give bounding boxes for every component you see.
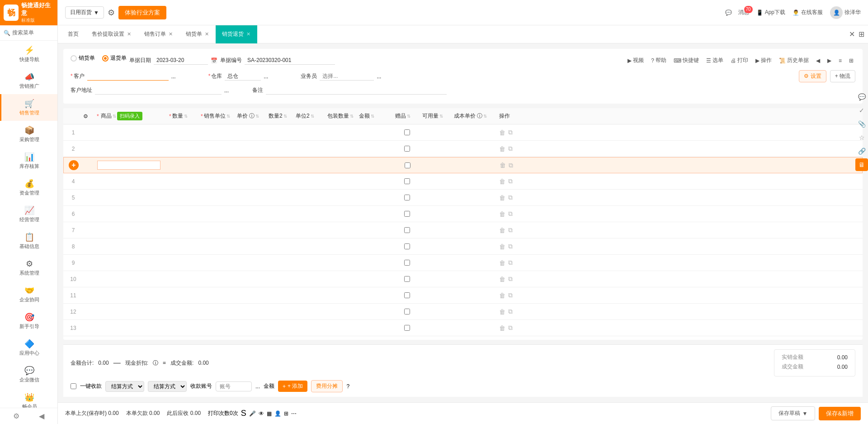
copy-icon[interactable]: ⧉ xyxy=(508,243,513,250)
gift-checkbox[interactable] xyxy=(404,146,410,152)
copy-icon[interactable]: ⧉ xyxy=(508,291,513,299)
gift-checkbox[interactable] xyxy=(404,276,410,282)
delete-icon[interactable]: 🗑 xyxy=(499,324,505,332)
notification-btn[interactable]: 💬 70 消息 xyxy=(725,9,749,16)
eye-icon[interactable]: 👁 xyxy=(259,410,264,417)
gift-checkbox[interactable] xyxy=(404,243,410,249)
sidebar-item-wechat[interactable]: 💬 企业微信 xyxy=(0,361,57,388)
topbar-settings-icon[interactable]: ⚙ xyxy=(108,8,115,18)
delete-icon[interactable]: 🗑 xyxy=(499,145,505,152)
td-product[interactable] xyxy=(95,159,168,172)
delete-icon[interactable]: 🗑 xyxy=(500,162,506,169)
sidebar-item-inventory[interactable]: 📊 库存核算 xyxy=(0,148,57,174)
th-settings[interactable]: ⚙ xyxy=(81,110,95,123)
gift-checkbox[interactable] xyxy=(404,195,410,200)
serial-input[interactable] xyxy=(245,56,335,65)
gift-checkbox[interactable] xyxy=(404,260,410,266)
sidebar-item-marketing[interactable]: 📣 营销推广 xyxy=(0,67,57,94)
next-btn[interactable]: ▶ xyxy=(826,57,833,65)
shortcut-btn[interactable]: ⌨ 快捷键 xyxy=(672,56,701,65)
tab-sales-delivery-close[interactable]: ✕ xyxy=(205,31,209,37)
sidebar-item-finance[interactable]: 💰 资金管理 xyxy=(0,174,57,201)
tab-home[interactable]: 首页 xyxy=(61,25,85,43)
delete-icon[interactable]: 🗑 xyxy=(499,292,505,299)
calculation-method-select[interactable]: 结算方式 xyxy=(148,381,187,392)
copy-icon[interactable]: ⧉ xyxy=(508,177,513,185)
side-tool-attachment[interactable]: 📎 xyxy=(855,118,868,130)
add-row-btn[interactable]: + xyxy=(69,160,79,170)
list-view-btn[interactable]: ≡ xyxy=(837,57,844,65)
save-draft-button[interactable]: 保存草稿 ▼ xyxy=(771,406,815,420)
sidebar-item-newguide[interactable]: 🎯 新手引导 xyxy=(0,308,57,334)
grid-view-btn[interactable]: ⊞ xyxy=(847,57,855,65)
tab-sales-return[interactable]: 销货退货 ✕ xyxy=(216,25,257,43)
copy-icon[interactable]: ⧉ xyxy=(509,162,513,169)
sidebar-item-operations[interactable]: 📈 经营管理 xyxy=(0,201,57,228)
unit-sort-icon[interactable]: ⇅ xyxy=(226,114,230,119)
product-input-active[interactable] xyxy=(97,161,160,170)
tab-sales-delivery[interactable]: 销货单 ✕ xyxy=(179,25,216,43)
voice-icon[interactable]: 🎤 xyxy=(249,410,256,417)
delete-icon[interactable]: 🗑 xyxy=(499,194,505,201)
question-icon[interactable]: ? xyxy=(346,383,349,390)
side-tool-screen[interactable]: 🖥 xyxy=(855,158,868,171)
gift-checkbox[interactable] xyxy=(404,292,410,298)
grid-icon[interactable]: ⊞ xyxy=(284,410,288,417)
discount-info-icon[interactable]: ⓘ xyxy=(153,359,158,367)
gift-checkbox[interactable] xyxy=(404,211,410,217)
warehouse-input[interactable] xyxy=(225,72,261,81)
copy-icon[interactable]: ⧉ xyxy=(508,210,513,218)
daily-select[interactable]: 日用百货 ▼ xyxy=(65,6,104,19)
settings-button[interactable]: ⚙ 设置 xyxy=(799,70,826,82)
expense-split-button[interactable]: 费用分摊 xyxy=(311,380,343,392)
date-input[interactable] xyxy=(154,56,208,65)
trial-button[interactable]: 体验行业方案 xyxy=(118,6,166,19)
cost-sort-icon[interactable]: ⇅ xyxy=(483,114,487,119)
calendar-icon[interactable]: 📅 xyxy=(211,57,217,64)
sidebar-collapse-btn[interactable]: ◀ xyxy=(39,412,44,420)
add-logistics-button[interactable]: + 物流 xyxy=(830,70,855,82)
address-more-icon[interactable]: ... xyxy=(224,87,229,94)
tab-sales-return-close[interactable]: ✕ xyxy=(246,31,250,37)
account-more-btn[interactable]: ... xyxy=(255,383,260,390)
warehouse-more-icon[interactable]: ... xyxy=(264,73,268,80)
copy-icon[interactable]: ⧉ xyxy=(508,259,513,267)
delete-icon[interactable]: 🗑 xyxy=(499,308,505,315)
tabbar-close-all-icon[interactable]: ✕ xyxy=(849,30,855,38)
side-tool-todo[interactable]: ✓ xyxy=(855,104,868,117)
barcode-icon[interactable]: ▦ xyxy=(267,410,272,417)
salesperson-more-icon[interactable]: ... xyxy=(377,73,381,80)
online-service-btn[interactable]: 👨‍💼 在线客服 xyxy=(793,9,823,16)
sidebar-item-appcenter[interactable]: 🔷 应用中心 xyxy=(0,334,57,361)
gift-checkbox[interactable] xyxy=(405,162,410,168)
add-fee-button[interactable]: + + 添加 xyxy=(278,381,307,392)
gift-checkbox[interactable] xyxy=(404,309,410,314)
person-icon[interactable]: 👤 xyxy=(274,410,281,417)
salesperson-input[interactable] xyxy=(320,72,374,81)
tabbar-grid-icon[interactable]: ⊞ xyxy=(859,30,864,38)
delete-icon[interactable]: 🗑 xyxy=(499,276,505,283)
side-tool-star[interactable]: ☆ xyxy=(855,131,868,144)
tab-price-settings-close[interactable]: ✕ xyxy=(127,31,131,37)
sidebar-item-member[interactable]: 👑 畅会员 xyxy=(0,388,57,408)
pkg-sort-icon[interactable]: ⇅ xyxy=(350,114,354,119)
tab-price-settings[interactable]: 售价提取设置 ✕ xyxy=(85,25,138,43)
chevron-down-icon[interactable]: ▼ xyxy=(802,410,807,417)
sidebar-item-sales[interactable]: 🛒 销售管理 xyxy=(0,94,57,121)
sidebar-item-basic[interactable]: 📋 基础信息 xyxy=(0,228,57,254)
radio-delivery[interactable]: 销货单 xyxy=(71,54,95,62)
tab-sales-order-close[interactable]: ✕ xyxy=(169,31,173,37)
sidebar-item-system[interactable]: ⚙ 系统管理 xyxy=(0,254,57,281)
note-input[interactable] xyxy=(266,86,447,95)
delete-icon[interactable]: 🗑 xyxy=(499,227,505,234)
amount-sort-icon[interactable]: ⇅ xyxy=(371,114,374,119)
gift-checkbox[interactable] xyxy=(404,178,410,184)
prev-btn[interactable]: ◀ xyxy=(814,57,822,65)
copy-icon[interactable]: ⧉ xyxy=(508,145,513,152)
app-download-btn[interactable]: 📱 App下载 xyxy=(756,9,785,16)
settlement-method-select[interactable]: 结算方式 xyxy=(105,381,144,392)
help-btn[interactable]: ? 帮助 xyxy=(649,56,668,65)
delete-icon[interactable]: 🗑 xyxy=(499,178,505,185)
radio-return[interactable]: 退货单 xyxy=(102,54,127,62)
copy-icon[interactable]: ⧉ xyxy=(508,308,513,315)
